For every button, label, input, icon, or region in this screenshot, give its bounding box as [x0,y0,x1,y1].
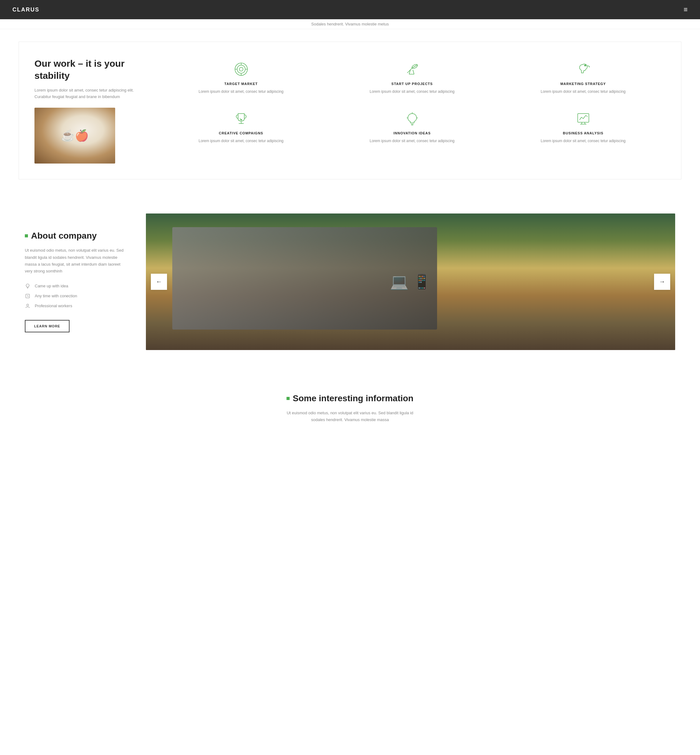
info-section: Some interesting information Ut euismod … [0,372,700,436]
svg-point-1 [237,65,245,73]
feature-startup: START UP PROJECTS Lorem ipsum dolor sit … [330,58,494,97]
trophy-icon-svg [234,111,248,126]
work-title: Our work – it is your stability [34,58,140,82]
svg-line-22 [581,122,582,124]
carousel-prev-button[interactable]: ← [151,274,167,290]
feature-marketing: MARKETING STRATEGY Lorem ipsum dolor sit… [501,58,666,97]
about-list-item-1: Any time with conection [25,293,127,299]
feature-desc-4: Lorem ipsum dolor sit amet, consec tetur… [333,138,491,144]
creative-icon [233,110,250,127]
info-heading-text: Some interesting information [293,393,414,403]
about-list-text-0: Came up with idea [35,284,68,288]
svg-point-13 [584,65,586,66]
about-list-item-2: Professional workers [25,303,127,309]
feature-title-5: BUSINESS ANALYSIS [504,131,662,135]
about-list-text-1: Any time with conection [35,293,77,298]
about-section: About company Ut euismod odio metus, non… [0,192,700,372]
feature-innovation: INNOVATION IDEAS Lorem ipsum dolor sit a… [330,107,494,147]
svg-rect-21 [578,114,589,122]
marketing-icon [575,61,592,78]
brand-logo: CLARUS [12,6,39,13]
ticker-bar: Sodales hendrerit. Vivamus molestie metu… [0,19,700,29]
svg-line-8 [412,65,417,68]
about-list-text-2: Professional workers [35,304,72,308]
bulb-icon-svg [405,111,420,126]
about-heading-text: About company [31,231,97,241]
about-carousel: ← → [146,214,675,350]
target-market-icon [233,61,250,78]
about-left-panel: About company Ut euismod odio metus, non… [25,231,127,332]
svg-point-30 [27,304,28,306]
business-icon [575,110,592,127]
svg-line-11 [413,70,414,74]
navbar: CLARUS ≡ [0,0,700,19]
clock-icon [25,293,30,299]
feature-business: BUSINESS ANALYSIS Lorem ipsum dolor sit … [501,107,666,147]
innovation-icon [403,110,420,127]
feature-desc-5: Lorem ipsum dolor sit amet, consec tetur… [504,138,662,144]
learn-more-button[interactable]: LEARN MORE [25,320,70,332]
feature-creative: CREATIVE COMPAIGNS Lorem ipsum dolor sit… [159,107,323,147]
info-body-text: Ut euismod odio metus, non volutpat elit… [285,410,416,423]
feature-title-2: MARKETING STRATEGY [504,82,662,86]
ticker-text: Sodales hendrerit. Vivamus molestie metu… [311,22,389,27]
target-icon-svg [234,62,248,76]
feature-desc-2: Lorem ipsum dolor sit amet, consec tetur… [504,89,662,94]
startup-icon [403,61,420,78]
about-heading: About company [25,231,127,241]
menu-icon[interactable]: ≡ [684,6,688,14]
svg-line-23 [584,122,585,124]
svg-point-2 [239,67,243,71]
work-image [34,108,115,164]
telescope-icon-svg [405,62,420,76]
feature-target-market: TARGET MARKET Lorem ipsum dolor sit amet… [159,58,323,97]
horse-icon-svg [576,62,591,76]
feature-desc-3: Lorem ipsum dolor sit amet, consec tetur… [162,138,320,144]
about-list-item-0: Came up with idea [25,283,127,289]
work-left-panel: Our work – it is your stability Lorem ip… [34,58,140,164]
about-body: Ut euismod odio metus, non volutpat elit… [25,247,127,274]
about-photo [146,214,675,350]
lightbulb-icon [25,283,30,289]
feature-title-4: INNOVATION IDEAS [333,131,491,135]
chart-icon-svg [576,111,591,126]
work-section: Our work – it is your stability Lorem ip… [19,42,681,179]
feature-desc-0: Lorem ipsum dolor sit amet, consec tetur… [162,89,320,94]
heading-accent-dot [25,234,28,237]
work-photo [34,108,115,164]
person-icon [25,303,30,309]
feature-desc-1: Lorem ipsum dolor sit amet, consec tetur… [333,89,491,94]
work-description: Lorem ipsum dolor sit amet, consec tetur… [34,87,140,100]
about-feature-list: Came up with idea Any time with conectio… [25,283,127,309]
feature-title-1: START UP PROJECTS [333,82,491,86]
feature-title-3: CREATIVE COMPAIGNS [162,131,320,135]
features-grid: TARGET MARKET Lorem ipsum dolor sit amet… [159,58,666,147]
carousel-next-button[interactable]: → [654,274,670,290]
info-heading: Some interesting information [25,393,675,403]
feature-title-0: TARGET MARKET [162,82,320,86]
about-right-panel: ← → [146,214,675,350]
info-accent-dot [286,397,290,400]
